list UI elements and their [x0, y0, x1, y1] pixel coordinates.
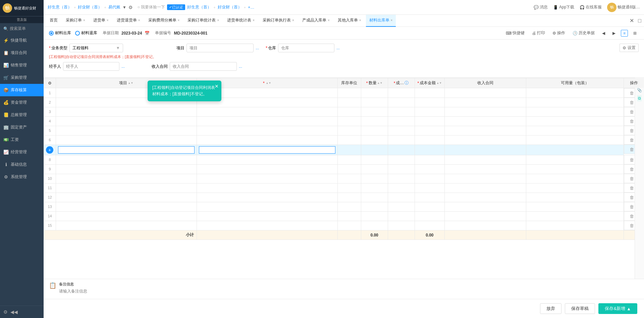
maximize-icon[interactable]: □ [638, 18, 641, 24]
sidebar-item-payroll[interactable]: 💵 工资 [0, 134, 44, 146]
sort-cost-amount[interactable]: ▲▼ [436, 82, 442, 85]
tab-product-in[interactable]: 产成品入库单 × [299, 15, 333, 27]
nav-link-haoshengyi2[interactable]: 好生意（首） [187, 4, 211, 10]
sidebar-item-project-contract[interactable]: 📋 项目合同 [0, 47, 44, 59]
note-input[interactable] [59, 287, 639, 295]
tab-purchase-exec[interactable]: 采购订单执行表 × [259, 15, 298, 27]
sidebar-item-sales[interactable]: 📊 销售管理 [0, 59, 44, 71]
search-menu[interactable]: 🔍 搜索菜单 [0, 23, 44, 34]
close-purchase-order[interactable]: × [83, 18, 85, 22]
close-goods-return[interactable]: × [138, 18, 140, 22]
right-tool-link[interactable]: ⧉ [637, 95, 642, 101]
sidebar-item-operations[interactable]: 📈 经营管理 [0, 146, 44, 158]
delete-row-5[interactable]: 🗑 [630, 128, 634, 133]
th-settings[interactable]: ⚙ [44, 78, 56, 88]
delete-row-13[interactable]: 🗑 [630, 204, 634, 209]
active-row-col1-input[interactable] [58, 146, 195, 154]
history-btn[interactable]: 🕒 历史单据 [571, 30, 597, 37]
nav-link-haoshengyi1[interactable]: 好生意（首） [48, 4, 72, 10]
handler-ellipsis[interactable]: ... [121, 64, 125, 69]
tooltip-close-icon[interactable]: ✕ [215, 83, 219, 90]
sidebar-item-system[interactable]: ⚙ 系统管理 [0, 171, 44, 183]
sort-quantity[interactable]: ▲▼ [377, 82, 383, 85]
sort-project[interactable]: ▲▼ [128, 82, 133, 85]
nav-link-haoyecai1[interactable]: 好业财（首） [78, 4, 102, 10]
delete-row-12[interactable]: 🗑 [630, 195, 634, 200]
delete-row-4[interactable]: 🗑 [630, 119, 634, 124]
tab-purchase-order[interactable]: 采购订单 × [62, 15, 89, 27]
discard-button[interactable]: 放弃 [540, 303, 561, 314]
project-input[interactable] [186, 44, 254, 52]
delete-row-10[interactable]: 🗑 [630, 176, 634, 181]
delete-row-2[interactable]: 🗑 [630, 100, 634, 105]
tab-goods-stats[interactable]: 进货单统计表 × [224, 15, 258, 27]
close-product-in[interactable]: × [328, 18, 330, 22]
tab-other-in[interactable]: 其他入库单 × [334, 15, 365, 27]
sidebar-item-finance[interactable]: 💰 资金管理 [0, 96, 44, 109]
nav-dropdown-arrow[interactable]: ▼ [122, 5, 126, 10]
delete-row-14[interactable]: 🗑 [630, 214, 634, 219]
handler-input[interactable] [63, 62, 119, 71]
delete-row-3[interactable]: 🗑 [630, 109, 634, 114]
tab-purchase-expense[interactable]: 采购费用分摊单 × [145, 15, 183, 27]
delete-row-1[interactable]: 🗑 [630, 91, 634, 96]
warehouse-input[interactable] [278, 44, 334, 52]
collapse-icon[interactable]: ◀◀ [10, 309, 18, 315]
sidebar-item-quicknav[interactable]: ⚡ 快捷导航 [0, 34, 44, 47]
nav-gear-icon[interactable]: ⚙ [128, 5, 133, 10]
nav-link-yidaizhang[interactable]: 易代账 [108, 4, 120, 10]
table-settings-icon[interactable]: ⚙ [48, 81, 52, 86]
close-purchase-expense[interactable]: × [178, 18, 180, 22]
tab-goods-receipt[interactable]: 进货单 × [90, 15, 112, 27]
sidebar-item-ledger[interactable]: 📒 总账管理 [0, 109, 44, 121]
project-ellipsis[interactable]: ... [256, 46, 259, 50]
delete-row-9[interactable]: 🗑 [630, 167, 634, 172]
nav-link-haoyecai2[interactable]: 好业财（首） [218, 4, 242, 10]
list-view-btn[interactable]: ≡ [621, 30, 628, 37]
quick-key-btn[interactable]: ⌨ 快捷键 [504, 30, 527, 37]
save-new-button[interactable]: 保存&新增 ▲ [598, 303, 637, 314]
business-type-select[interactable]: 工程领料 ▼ [69, 44, 123, 52]
close-purchase-exec[interactable]: × [292, 18, 294, 22]
delete-row-6[interactable]: 🗑 [630, 138, 634, 143]
delete-row-11[interactable]: 🗑 [630, 186, 634, 191]
next-btn[interactable]: ▶ [610, 30, 618, 36]
message-btn[interactable]: 💬 消息 [534, 4, 548, 10]
delete-row-active[interactable]: 🗑 [630, 147, 634, 152]
tab-goods-return[interactable]: 进货退货单 × [113, 15, 144, 27]
app-download-btn[interactable]: 📱 App下载 [553, 4, 574, 10]
settings-btn[interactable]: ⚙ 设置 [620, 44, 639, 52]
sidebar-item-basic-info[interactable]: ℹ 基础信息 [0, 158, 44, 171]
active-row-col2-input[interactable] [199, 146, 335, 154]
user-profile[interactable]: 畅 畅捷通8版… [607, 3, 640, 12]
settings-bottom-icon[interactable]: ⚙ [3, 309, 8, 315]
close-other-in[interactable]: × [359, 18, 361, 22]
experience-link[interactable]: ○ 我要体验一下 [138, 4, 165, 10]
dropdown-arrow-save[interactable]: ▲ [627, 306, 631, 311]
online-service-btn[interactable]: 🎧 在线客服 [580, 4, 602, 10]
print-btn[interactable]: 🖨 打印 [530, 30, 547, 37]
tab-material-out[interactable]: 材料出库单 × [366, 15, 396, 27]
radio-material-out[interactable]: 材料出库 [49, 30, 71, 36]
grid-view-btn[interactable]: ⊞ [631, 30, 639, 36]
close-purchase-stats[interactable]: × [217, 18, 219, 22]
income-contract-input[interactable] [170, 62, 237, 71]
tab-home[interactable]: 首页 [46, 15, 61, 27]
delete-row-15[interactable]: 🗑 [630, 223, 634, 228]
delete-row-8[interactable]: 🗑 [630, 157, 634, 162]
close-window-icon[interactable]: ✕ [630, 17, 634, 24]
calendar-icon[interactable]: 📅 [145, 31, 150, 36]
right-tool-clip[interactable]: 📎 [637, 88, 642, 93]
tab-purchase-stats[interactable]: 采购订单统计表 × [184, 15, 222, 27]
sidebar-item-inventory[interactable]: 📦 库存核算 [0, 84, 44, 96]
close-goods-receipt[interactable]: × [107, 18, 109, 22]
nav-link-more[interactable]: +… [248, 5, 254, 10]
close-goods-stats[interactable]: × [253, 18, 255, 22]
add-row-btn[interactable]: + [46, 146, 53, 154]
prev-btn[interactable]: ◀ [600, 30, 607, 36]
save-draft-button[interactable]: 保存草稿 [565, 303, 595, 314]
radio-material-return[interactable]: 材料退库 [75, 30, 97, 36]
operation-btn[interactable]: ⚙ 操作 [550, 30, 567, 37]
close-material-out[interactable]: × [391, 18, 393, 22]
sidebar-item-assets[interactable]: 🏢 固定资产 [0, 121, 44, 134]
